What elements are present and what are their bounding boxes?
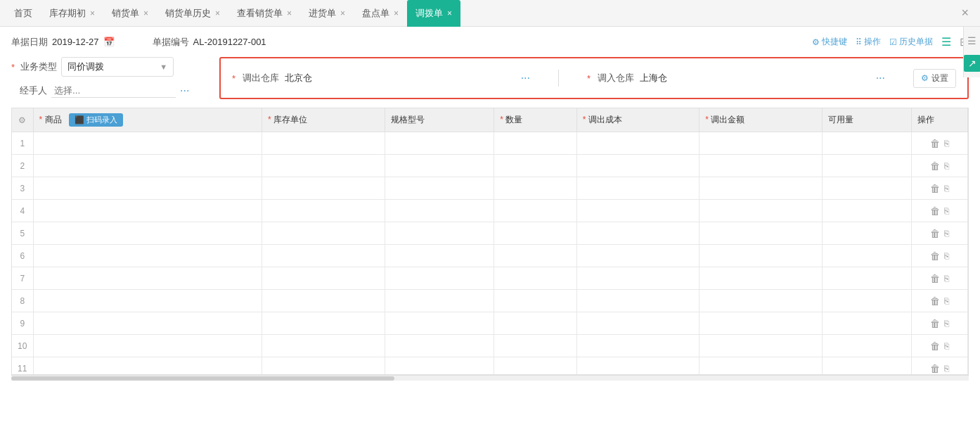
cell-qty[interactable] <box>494 222 576 245</box>
warehouse-in-dots[interactable]: ··· <box>876 72 885 84</box>
cell-spec[interactable] <box>385 155 494 177</box>
cell-cost[interactable] <box>576 312 699 335</box>
tab-close-transfer[interactable]: × <box>447 8 452 18</box>
delete-row-button[interactable]: 🗑 <box>930 160 940 172</box>
tab-purchase[interactable]: 进货单 × <box>300 0 354 27</box>
cell-spec[interactable] <box>385 267 494 290</box>
cell-spec[interactable] <box>385 290 494 312</box>
cell-product[interactable] <box>33 200 262 222</box>
delete-row-button[interactable]: 🗑 <box>930 318 940 329</box>
copy-row-button[interactable]: ⎘ <box>944 206 949 216</box>
cell-spec[interactable] <box>385 335 494 357</box>
cell-spec[interactable] <box>385 312 494 335</box>
cell-unit[interactable] <box>262 267 385 290</box>
cell-spec[interactable] <box>385 132 494 155</box>
cell-cost[interactable] <box>576 222 699 245</box>
cell-cost[interactable] <box>576 357 699 376</box>
settings-button[interactable]: ⚙ 设置 <box>913 69 956 88</box>
horizontal-scrollbar[interactable] <box>11 375 969 381</box>
col-gear[interactable]: ⚙ <box>12 108 33 132</box>
cell-qty[interactable] <box>494 245 576 267</box>
cell-product[interactable] <box>33 357 262 376</box>
cell-qty[interactable] <box>494 312 576 335</box>
cell-qty[interactable] <box>494 267 576 290</box>
delete-row-button[interactable]: 🗑 <box>930 250 940 262</box>
tab-inventory-init[interactable]: 库存期初 × <box>41 0 103 27</box>
delete-row-button[interactable]: 🗑 <box>930 273 940 284</box>
copy-row-button[interactable]: ⎘ <box>944 296 949 306</box>
tab-close-view-sales[interactable]: × <box>287 8 292 18</box>
copy-row-button[interactable]: ⎘ <box>944 184 949 193</box>
cell-cost[interactable] <box>576 200 699 222</box>
cell-amount[interactable] <box>699 155 823 177</box>
tab-close-inventory-check[interactable]: × <box>394 8 399 18</box>
cell-cost[interactable] <box>576 245 699 267</box>
cell-unit[interactable] <box>262 290 385 312</box>
delete-row-button[interactable]: 🗑 <box>930 183 940 194</box>
cell-amount[interactable] <box>699 132 823 155</box>
cell-amount[interactable] <box>699 357 823 376</box>
cell-unit[interactable] <box>262 357 385 376</box>
copy-row-button[interactable]: ⎘ <box>944 341 949 351</box>
cell-amount[interactable] <box>699 200 823 222</box>
cell-product[interactable] <box>33 290 262 312</box>
cell-cost[interactable] <box>576 132 699 155</box>
tab-inventory-check[interactable]: 盘点单 × <box>354 0 407 27</box>
cell-qty[interactable] <box>494 200 576 222</box>
delete-row-button[interactable]: 🗑 <box>930 205 940 217</box>
delete-row-button[interactable]: 🗑 <box>930 340 940 352</box>
right-panel-list-icon[interactable]: ☰ <box>964 32 981 49</box>
cell-unit[interactable] <box>262 177 385 200</box>
cell-qty[interactable] <box>494 335 576 357</box>
cell-spec[interactable] <box>385 177 494 200</box>
tab-close-purchase[interactable]: × <box>340 8 345 18</box>
copy-row-button[interactable]: ⎘ <box>944 229 949 238</box>
cell-unit[interactable] <box>262 132 385 155</box>
cell-product[interactable] <box>33 335 262 357</box>
cell-product[interactable] <box>33 177 262 200</box>
cell-product[interactable] <box>33 267 262 290</box>
window-close-button[interactable]: × <box>955 6 974 20</box>
cell-spec[interactable] <box>385 245 494 267</box>
handler-input[interactable] <box>51 84 176 98</box>
cell-unit[interactable] <box>262 245 385 267</box>
tab-close-sales-history[interactable]: × <box>215 8 220 18</box>
cell-product[interactable] <box>33 132 262 155</box>
copy-row-button[interactable]: ⎘ <box>944 274 949 283</box>
cell-amount[interactable] <box>699 312 823 335</box>
delete-row-button[interactable]: 🗑 <box>930 138 940 149</box>
copy-row-button[interactable]: ⎘ <box>944 251 949 261</box>
handler-dots-button[interactable]: ··· <box>180 85 189 96</box>
cell-cost[interactable] <box>576 155 699 177</box>
cell-cost[interactable] <box>576 290 699 312</box>
cell-product[interactable] <box>33 245 262 267</box>
cell-qty[interactable] <box>494 357 576 376</box>
tab-sales[interactable]: 销货单 × <box>103 0 157 27</box>
cell-cost[interactable] <box>576 267 699 290</box>
tab-transfer[interactable]: 调拨单 × <box>407 0 460 27</box>
biz-type-select[interactable]: 同价调拨 ▼ <box>61 57 174 77</box>
cell-amount[interactable] <box>699 245 823 267</box>
operations-action[interactable]: ⠿ 操作 <box>856 36 881 48</box>
cell-unit[interactable] <box>262 155 385 177</box>
cell-amount[interactable] <box>699 222 823 245</box>
delete-row-button[interactable]: 🗑 <box>930 295 940 307</box>
tab-sales-history[interactable]: 销货单历史 × <box>157 0 228 27</box>
tab-close-sales[interactable]: × <box>143 8 148 18</box>
cell-unit[interactable] <box>262 312 385 335</box>
cell-amount[interactable] <box>699 335 823 357</box>
cell-unit[interactable] <box>262 200 385 222</box>
cell-spec[interactable] <box>385 222 494 245</box>
cell-qty[interactable] <box>494 132 576 155</box>
scrollbar-thumb[interactable] <box>11 376 394 381</box>
tab-home[interactable]: 首页 <box>6 0 41 27</box>
layout-icon-list[interactable]: ☰ <box>941 35 951 49</box>
cell-product[interactable] <box>33 222 262 245</box>
delete-row-button[interactable]: 🗑 <box>930 363 940 374</box>
cell-unit[interactable] <box>262 335 385 357</box>
cell-spec[interactable] <box>385 200 494 222</box>
tab-view-sales[interactable]: 查看销货单 × <box>228 0 300 27</box>
cell-amount[interactable] <box>699 290 823 312</box>
shortcut-action[interactable]: ⚙ 快捷键 <box>812 36 847 48</box>
copy-row-button[interactable]: ⎘ <box>944 319 949 329</box>
